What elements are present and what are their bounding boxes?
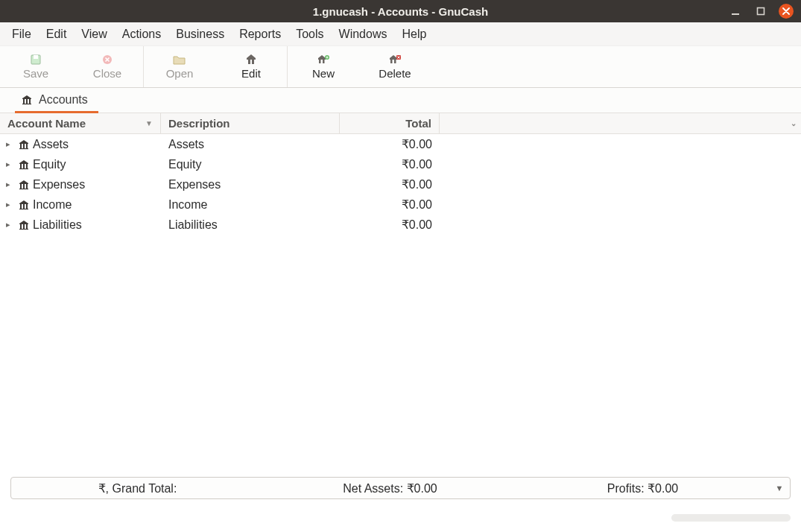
svg-rect-20 bbox=[19, 148, 28, 149]
account-name-cell: Equity bbox=[33, 158, 66, 171]
window-maximize-button[interactable] bbox=[753, 4, 768, 19]
svg-rect-11 bbox=[394, 59, 396, 63]
svg-rect-0 bbox=[732, 13, 739, 15]
toolbar-save-button[interactable]: Save bbox=[0, 46, 72, 87]
menu-actions[interactable]: Actions bbox=[115, 22, 168, 45]
tab-strip: Accounts bbox=[0, 88, 801, 113]
column-header-account-name[interactable]: Account Name ▼ bbox=[0, 113, 161, 133]
svg-rect-36 bbox=[19, 229, 28, 229]
toolbar-delete-button[interactable]: Delete bbox=[359, 46, 431, 87]
titlebar: 1.gnucash - Accounts - GnuCash bbox=[0, 0, 801, 22]
account-row[interactable]: ▸ Equity Equity ₹0.00 bbox=[0, 154, 801, 174]
tab-accounts[interactable]: Accounts bbox=[15, 89, 98, 113]
svg-rect-13 bbox=[23, 99, 25, 104]
toolbar-close-button[interactable]: Close bbox=[72, 46, 143, 87]
account-name-cell: Expenses bbox=[33, 178, 85, 191]
window-minimize-button[interactable] bbox=[728, 4, 743, 19]
toolbar-edit-button[interactable]: Edit bbox=[215, 46, 287, 87]
account-description-cell: Liabilities bbox=[161, 218, 340, 232]
account-row[interactable]: ▸ Expenses Expenses ₹0.00 bbox=[0, 174, 801, 194]
window-controls bbox=[728, 0, 794, 22]
svg-rect-29 bbox=[20, 204, 22, 209]
svg-rect-1 bbox=[758, 8, 764, 15]
account-tree: ▸ Assets Assets ₹0.00 ▸ Equity Equity ₹0… bbox=[0, 134, 801, 235]
menu-file[interactable]: File bbox=[4, 22, 39, 45]
svg-rect-35 bbox=[26, 224, 28, 229]
account-total-cell: ₹0.00 bbox=[340, 137, 440, 151]
svg-rect-17 bbox=[20, 144, 22, 148]
svg-rect-21 bbox=[20, 164, 22, 168]
new-account-icon bbox=[317, 54, 330, 66]
expander-icon[interactable]: ▸ bbox=[6, 159, 15, 169]
account-type-icon bbox=[18, 159, 30, 171]
svg-rect-27 bbox=[26, 184, 28, 189]
summary-net-assets: Net Assets: ₹0.00 bbox=[264, 481, 516, 495]
svg-rect-30 bbox=[23, 204, 25, 209]
folder-open-icon bbox=[173, 54, 186, 66]
account-row[interactable]: ▸ Assets Assets ₹0.00 bbox=[0, 134, 801, 154]
account-row[interactable]: ▸ Income Income ₹0.00 bbox=[0, 194, 801, 215]
save-icon bbox=[29, 54, 42, 66]
tree-header: Account Name ▼ Description Total ⌄ bbox=[0, 113, 801, 134]
toolbar-open-button[interactable]: Open bbox=[144, 46, 215, 87]
svg-rect-7 bbox=[319, 59, 321, 63]
svg-rect-16 bbox=[22, 104, 31, 104]
account-name-cell: Assets bbox=[33, 138, 69, 151]
svg-rect-8 bbox=[323, 59, 325, 63]
menu-view[interactable]: View bbox=[74, 22, 114, 45]
account-description-cell: Expenses bbox=[161, 178, 340, 191]
expander-icon[interactable]: ▸ bbox=[6, 200, 15, 209]
toolbar-delete-label: Delete bbox=[379, 67, 411, 80]
account-description-cell: Income bbox=[161, 198, 340, 212]
svg-rect-19 bbox=[26, 144, 28, 148]
menu-reports[interactable]: Reports bbox=[232, 22, 288, 45]
column-header-description-label: Description bbox=[168, 117, 230, 130]
column-header-total-label: Total bbox=[405, 117, 431, 130]
svg-rect-14 bbox=[26, 99, 28, 104]
column-header-total[interactable]: Total bbox=[340, 113, 440, 133]
account-total-cell: ₹0.00 bbox=[340, 157, 440, 171]
account-name-cell: Liabilities bbox=[33, 218, 82, 232]
tab-accounts-label: Accounts bbox=[39, 93, 88, 107]
account-row[interactable]: ▸ Liabilities Liabilities ₹0.00 bbox=[0, 215, 801, 235]
svg-rect-25 bbox=[20, 184, 22, 189]
svg-rect-26 bbox=[23, 184, 25, 189]
expander-icon[interactable]: ▸ bbox=[6, 139, 15, 149]
svg-rect-18 bbox=[23, 144, 25, 148]
menu-business[interactable]: Business bbox=[168, 22, 232, 45]
column-header-overflow[interactable]: ⌄ bbox=[440, 113, 801, 133]
svg-rect-3 bbox=[34, 55, 38, 59]
svg-rect-24 bbox=[19, 168, 28, 169]
account-type-icon bbox=[18, 219, 30, 231]
account-name-cell: Income bbox=[33, 198, 72, 212]
menu-edit[interactable]: Edit bbox=[39, 22, 75, 45]
expander-icon[interactable]: ▸ bbox=[6, 180, 15, 189]
column-header-account-name-label: Account Name bbox=[7, 117, 86, 130]
window-title: 1.gnucash - Accounts - GnuCash bbox=[313, 5, 488, 18]
menu-tools[interactable]: Tools bbox=[288, 22, 331, 45]
account-type-icon bbox=[18, 199, 30, 211]
account-total-cell: ₹0.00 bbox=[340, 218, 440, 232]
column-header-description[interactable]: Description bbox=[161, 113, 340, 133]
sort-indicator-icon: ▼ bbox=[145, 119, 153, 127]
svg-rect-31 bbox=[26, 204, 28, 209]
summary-bar[interactable]: ₹, Grand Total: Net Assets: ₹0.00 Profit… bbox=[10, 477, 791, 499]
svg-rect-34 bbox=[23, 224, 25, 229]
summary-dropdown-icon[interactable]: ▼ bbox=[769, 484, 790, 493]
summary-grand-total: ₹, Grand Total: bbox=[11, 481, 264, 495]
account-type-icon bbox=[18, 179, 30, 191]
toolbar-new-button[interactable]: New bbox=[288, 46, 359, 87]
account-total-cell: ₹0.00 bbox=[340, 177, 440, 191]
svg-rect-28 bbox=[19, 189, 28, 189]
account-type-icon bbox=[18, 139, 30, 151]
horizontal-scrollbar[interactable] bbox=[671, 514, 791, 522]
chevron-down-icon: ⌄ bbox=[791, 119, 797, 127]
menubar: File Edit View Actions Business Reports … bbox=[0, 22, 801, 46]
svg-rect-15 bbox=[29, 99, 31, 104]
toolbar-open-label: Open bbox=[166, 67, 194, 80]
menu-help[interactable]: Help bbox=[394, 22, 434, 45]
account-total-cell: ₹0.00 bbox=[340, 197, 440, 212]
menu-windows[interactable]: Windows bbox=[332, 22, 395, 45]
window-close-button[interactable] bbox=[779, 4, 794, 19]
expander-icon[interactable]: ▸ bbox=[6, 220, 15, 229]
